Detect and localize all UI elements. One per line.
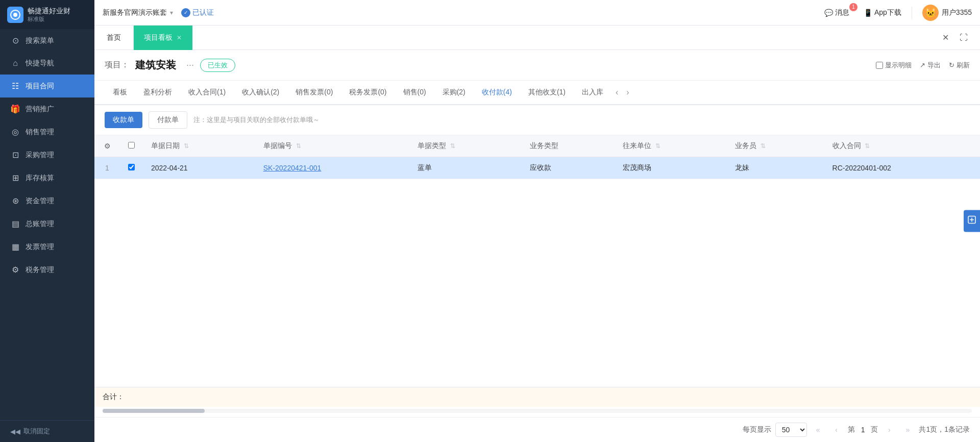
subnav-sales-invoice[interactable]: 销售发票(0) (287, 81, 341, 105)
number-column-header[interactable]: 单据编号 ⇅ (255, 135, 409, 157)
sidebar-item-quick-nav[interactable]: ⌂ 快捷导航 (0, 52, 94, 75)
sidebar-item-tax[interactable]: ⚙ 税务管理 (0, 258, 94, 281)
certified-badge: ✓ 已认证 (181, 8, 214, 17)
sidebar-item-label: 税务管理 (26, 265, 54, 275)
sidebar-item-sales[interactable]: ◎ 销售管理 (0, 120, 94, 143)
subnav-purchase[interactable]: 采购(2) (434, 81, 474, 105)
sidebar-item-label: 采购管理 (26, 151, 54, 160)
total-pages-label: 共1页，1条记录 (919, 425, 970, 434)
scrollbar-track (103, 409, 972, 413)
sidebar-item-purchase[interactable]: ⊡ 采购管理 (0, 143, 94, 166)
row-biz-type: 应收款 (522, 157, 615, 179)
close-tab-button[interactable]: ✕ (937, 30, 953, 46)
row-number-cell[interactable]: SK-20220421-001 (255, 157, 409, 179)
purchase-icon: ⊡ (10, 150, 20, 160)
app-download-button[interactable]: 📱 App下载 (864, 8, 901, 17)
nav-next-icon[interactable]: › (622, 84, 633, 101)
phone-icon: 📱 (864, 9, 872, 17)
svg-point-1 (13, 13, 17, 17)
refresh-icon: ↻ (949, 61, 954, 69)
table-header-row: ⚙ 单据日期 ⇅ 单据编号 ⇅ 单据类型 ⇅ 业务类型 往来单位 ⇅ 业务员 ⇅… (94, 135, 980, 157)
message-badge: 1 (849, 3, 857, 11)
sidebar-item-label: 销售管理 (26, 128, 54, 137)
receipt-filter-button[interactable]: 收款单 (105, 112, 142, 128)
sidebar-header: 畅捷通好业财 标准版 (0, 0, 94, 29)
receipt-number-link[interactable]: SK-20220421-001 (263, 164, 322, 172)
subnav-sales[interactable]: 销售(0) (395, 81, 434, 105)
show-detail-checkbox[interactable] (876, 62, 883, 69)
sidebar-item-search[interactable]: ⊙ 搜索菜单 (0, 29, 94, 52)
marketing-icon: 🎁 (10, 104, 20, 114)
unpin-button[interactable]: ◀◀ 取消固定 (0, 420, 94, 442)
avatar: 🐱 (922, 5, 939, 21)
subnav-other-expense[interactable]: 其他收支(1) (520, 81, 574, 105)
per-page-select[interactable]: 50 100 (775, 423, 807, 437)
filter-bar: 收款单 付款单 注：这里是与项目关联的全部收付款单哦～ (94, 105, 980, 135)
subnav-income-contract[interactable]: 收入合同(1) (180, 81, 234, 105)
close-icon[interactable]: ✕ (177, 34, 182, 41)
nav-prev-icon[interactable]: ‹ (611, 84, 622, 101)
subnav-receipt[interactable]: 收付款(4) (474, 81, 520, 105)
sidebar-item-label: 库存核算 (26, 174, 54, 183)
next-page-button[interactable]: › (882, 423, 896, 437)
home-tab-label: 首页 (107, 33, 121, 42)
salesman-column-header[interactable]: 业务员 ⇅ (727, 135, 824, 157)
first-page-button[interactable]: « (811, 423, 825, 437)
last-page-button[interactable]: » (900, 423, 915, 437)
tab-home[interactable]: 首页 (94, 26, 134, 50)
sort-icon: ⇅ (865, 142, 870, 150)
account-selector[interactable]: 新服务官网演示账套 ▾ (103, 8, 173, 17)
subnav-tax-invoice[interactable]: 税务发票(0) (341, 81, 395, 105)
row-checkbox-cell[interactable] (120, 157, 143, 179)
settings-column-header[interactable]: ⚙ (94, 135, 120, 157)
tab-project-board[interactable]: 项目看板 ✕ (134, 26, 192, 50)
row-date: 2022-04-21 (143, 157, 255, 179)
user-menu[interactable]: 🐱 用户3355 (922, 5, 972, 21)
account-name: 新服务官网演示账套 (103, 8, 167, 17)
scrollbar-thumb[interactable] (103, 409, 205, 413)
page-suffix: 页 (871, 425, 878, 434)
subnav-profit[interactable]: 盈利分析 (135, 81, 180, 105)
filter-note: 注：这里是与项目关联的全部收付款单哦～ (193, 115, 320, 125)
horizontal-scrollbar[interactable] (94, 407, 980, 417)
sidebar-item-label: 资金管理 (26, 197, 54, 206)
table-container: ⚙ 单据日期 ⇅ 单据编号 ⇅ 单据类型 ⇅ 业务类型 往来单位 ⇅ 业务员 ⇅… (94, 135, 980, 387)
project-header: 项目： 建筑安装 ··· 已生效 显示明细 ↗ 导出 ↻ 刷新 (94, 50, 980, 81)
sidebar-item-inventory[interactable]: ⊞ 库存核算 (0, 166, 94, 189)
subnav-kanban[interactable]: 看板 (105, 81, 135, 105)
date-column-header[interactable]: 单据日期 ⇅ (143, 135, 255, 157)
subnav-warehouse[interactable]: 出入库 (574, 81, 611, 105)
partner-column-header[interactable]: 往来单位 ⇅ (615, 135, 727, 157)
search-icon: ⊙ (10, 36, 20, 45)
app-download-label: App下载 (874, 8, 901, 17)
payment-filter-button[interactable]: 付款单 (149, 111, 187, 129)
subnav-income-confirm[interactable]: 收入确认(2) (234, 81, 287, 105)
project-name: 建筑安装 (135, 58, 176, 72)
ledger-icon: ▤ (10, 219, 20, 229)
export-label: 导出 (927, 61, 941, 70)
sidebar-nav: ⊙ 搜索菜单 ⌂ 快捷导航 ☷ 项目合同 🎁 营销推广 ◎ 销售管理 ⊡ 采购管… (0, 29, 94, 420)
show-detail-checkbox-label[interactable]: 显示明细 (876, 61, 912, 70)
table-row[interactable]: 1 2022-04-21 SK-20220421-001 蓝单 应收款 宏茂商场… (94, 157, 980, 179)
maximize-button[interactable]: ⛶ (955, 30, 972, 46)
float-action-button[interactable] (964, 210, 980, 232)
row-partner: 宏茂商场 (615, 157, 727, 179)
export-button[interactable]: ↗ 导出 (920, 61, 941, 70)
refresh-button[interactable]: ↻ 刷新 (949, 61, 970, 70)
message-button[interactable]: 💬 消息 1 (820, 6, 853, 19)
type-column-header[interactable]: 单据类型 ⇅ (409, 135, 522, 157)
sidebar-item-ledger[interactable]: ▤ 总账管理 (0, 212, 94, 235)
row-checkbox[interactable] (128, 164, 135, 170)
sidebar-item-marketing[interactable]: 🎁 营销推广 (0, 97, 94, 120)
sidebar-item-finance[interactable]: ⊛ 资金管理 (0, 189, 94, 212)
table-footer: 合计： (94, 387, 980, 407)
sidebar-item-invoice[interactable]: ▦ 发票管理 (0, 235, 94, 258)
income-contract-column-header[interactable]: 收入合同 ⇅ (824, 135, 980, 157)
select-all-checkbox[interactable] (128, 142, 135, 149)
sidebar-item-project-contract[interactable]: ☷ 项目合同 (0, 75, 94, 97)
sub-nav: 看板 盈利分析 收入合同(1) 收入确认(2) 销售发票(0) 税务发票(0) … (94, 81, 980, 105)
page-content: 项目： 建筑安装 ··· 已生效 显示明细 ↗ 导出 ↻ 刷新 (94, 50, 980, 442)
more-options-icon[interactable]: ··· (186, 60, 194, 70)
prev-page-button[interactable]: ‹ (829, 423, 844, 437)
tabs-actions: ✕ ⛶ (937, 30, 980, 46)
